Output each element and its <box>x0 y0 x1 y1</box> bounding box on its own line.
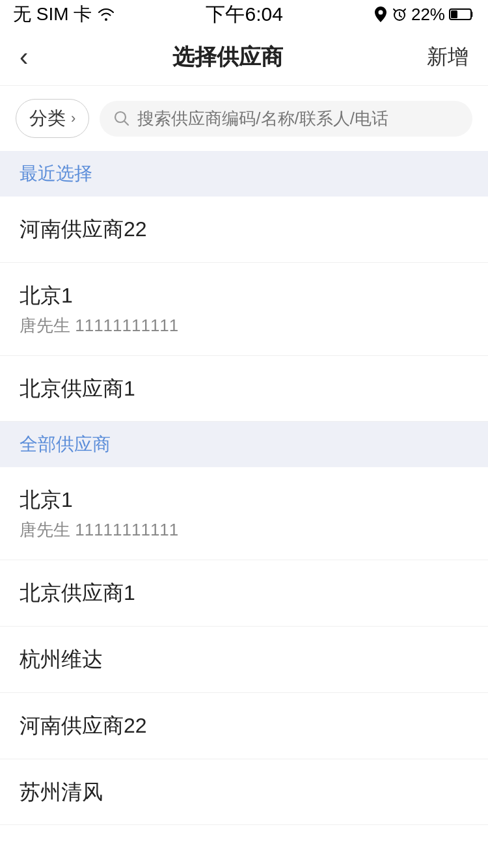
chevron-right-icon: › <box>71 110 75 127</box>
recent-items-list: 河南供应商22北京1唐先生 11111111111北京供应商1 <box>0 197 488 422</box>
list-item[interactable]: 北京供应商1 <box>0 356 488 422</box>
item-name: 河南供应商22 <box>20 711 468 740</box>
search-input[interactable] <box>137 109 459 129</box>
search-icon <box>113 109 131 128</box>
status-right: 22% <box>373 5 475 25</box>
battery-percent: 22% <box>411 5 445 25</box>
status-time: 下午6:04 <box>206 1 282 28</box>
carrier-text: 无 SIM 卡 <box>13 2 92 27</box>
add-button[interactable]: 新增 <box>427 43 468 72</box>
list-item[interactable]: 河南供应商22 <box>0 197 488 263</box>
all-section-header: 全部供应商 <box>0 422 488 467</box>
list-item[interactable]: 河南供应商22 <box>0 693 488 759</box>
item-name: 杭州维达 <box>20 645 468 674</box>
recent-section-header: 最近选择 <box>0 151 488 197</box>
item-name: 北京供应商1 <box>20 374 468 403</box>
list-item[interactable]: 北京1唐先生 11111111111 <box>0 263 488 356</box>
category-label: 分类 <box>29 106 66 131</box>
status-bar: 无 SIM 卡 下午6:04 22% <box>0 0 488 29</box>
all-section-label: 全部供应商 <box>20 434 111 454</box>
list-item[interactable]: 苏州清风 <box>0 759 488 826</box>
page-title: 选择供应商 <box>172 42 283 72</box>
status-left: 无 SIM 卡 <box>13 2 115 27</box>
recent-section-label: 最近选择 <box>20 163 92 183</box>
location-icon <box>373 6 388 23</box>
list-item[interactable]: 北京供应商1 <box>0 560 488 627</box>
battery-icon <box>449 7 475 21</box>
filter-bar: 分类 › <box>0 86 488 151</box>
item-sub: 唐先生 11111111111 <box>20 519 468 541</box>
wifi-icon <box>97 7 115 21</box>
item-sub: 唐先生 11111111111 <box>20 314 468 337</box>
item-name: 北京1 <box>20 485 468 515</box>
list-item[interactable]: 北京1唐先生 11111111111 <box>0 467 488 560</box>
all-items-list: 北京1唐先生 11111111111北京供应商1杭州维达河南供应商22苏州清风 <box>0 467 488 825</box>
item-name: 北京1 <box>20 281 468 310</box>
alarm-icon <box>392 6 407 23</box>
back-button[interactable]: ‹ <box>20 42 28 72</box>
item-name: 北京供应商1 <box>20 578 468 608</box>
nav-bar: ‹ 选择供应商 新增 <box>0 29 488 86</box>
category-filter[interactable]: 分类 › <box>16 99 89 138</box>
list-item[interactable]: 杭州维达 <box>0 627 488 693</box>
search-box[interactable] <box>100 101 472 137</box>
item-name: 苏州清风 <box>20 778 468 807</box>
svg-rect-2 <box>451 10 457 18</box>
item-name: 河南供应商22 <box>20 215 468 244</box>
